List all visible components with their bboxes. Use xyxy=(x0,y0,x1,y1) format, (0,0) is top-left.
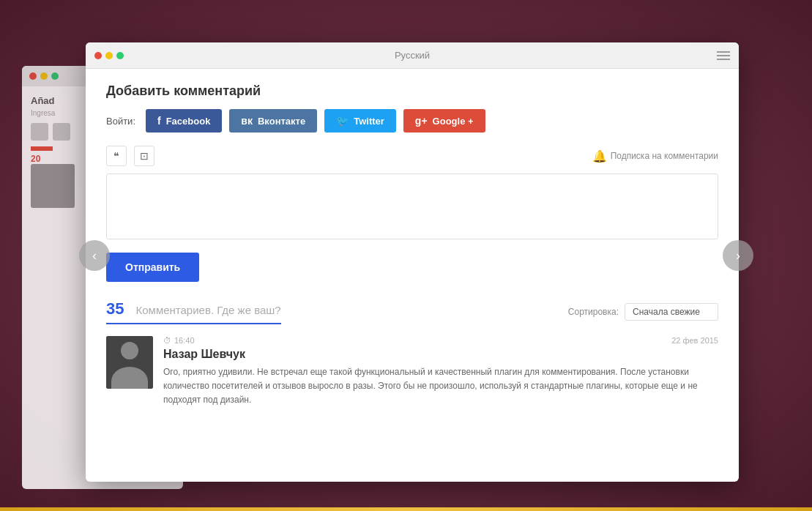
twitter-label: Twitter xyxy=(354,116,384,127)
facebook-label: Facebook xyxy=(166,116,211,127)
subscribe-link[interactable]: 🔔 Подписка на комментарии xyxy=(592,149,718,163)
comments-count: 35 xyxy=(106,299,124,318)
twitter-icon: 🐦 xyxy=(336,115,349,127)
bg-dot-green xyxy=(51,72,59,80)
comment-toolbar: ❝ ⊡ 🔔 Подписка на комментарии xyxy=(106,146,718,166)
titlebar-dot-green xyxy=(116,52,124,59)
sort-select[interactable]: Сначала свежие xyxy=(625,303,718,321)
comment-textarea[interactable] xyxy=(106,174,718,239)
comment-item: ⏱ 16:40 22 фев 2015 Назар Шевчук Ого, пр… xyxy=(106,336,718,408)
menu-line-1 xyxy=(717,51,730,53)
facebook-login-button[interactable]: f Facebook xyxy=(146,109,222,133)
comment-time: ⏱ 16:40 xyxy=(163,336,195,345)
twitter-login-button[interactable]: 🐦 Twitter xyxy=(324,109,396,133)
clock-icon: ⏱ xyxy=(163,336,171,345)
comments-title: Комментариев. Где же ваш? xyxy=(135,304,280,316)
hamburger-menu[interactable] xyxy=(717,51,730,60)
comments-left-header: 35 Комментариев. Где же ваш? xyxy=(106,299,281,324)
subscribe-bell-icon: 🔔 xyxy=(592,149,607,163)
comment-time-value: 16:40 xyxy=(174,336,195,345)
image-icon: ⊡ xyxy=(140,150,149,162)
comment-body: ⏱ 16:40 22 фев 2015 Назар Шевчук Ого, пр… xyxy=(163,336,718,408)
titlebar-dot-red xyxy=(94,52,102,59)
vk-login-button[interactable]: вк Вконтакте xyxy=(229,109,317,133)
left-arrow-icon: ‹ xyxy=(92,248,97,264)
sort-label: Сортировка: xyxy=(568,307,619,317)
section-heading: Добавить комментарий xyxy=(106,83,718,99)
nav-arrow-left[interactable]: ‹ xyxy=(79,240,110,271)
titlebar-dots xyxy=(94,52,124,59)
menu-line-2 xyxy=(717,55,730,56)
comment-meta: ⏱ 16:40 22 фев 2015 xyxy=(163,336,718,345)
image-button[interactable]: ⊡ xyxy=(134,146,154,166)
bg-icon-2 xyxy=(53,123,70,141)
vk-label: Вконтакте xyxy=(258,116,305,127)
google-login-button[interactable]: g+ Google + xyxy=(403,109,485,133)
toolbar-left: ❝ ⊡ xyxy=(106,146,154,166)
subscribe-label: Подписка на комментарии xyxy=(611,151,718,161)
login-row: Войти: f Facebook вк Вконтакте 🐦 Twitter… xyxy=(106,109,718,133)
quote-icon: ❝ xyxy=(113,150,119,162)
bg-icon-1 xyxy=(31,123,48,141)
sort-container: Сначала свежие xyxy=(625,303,718,321)
comment-text: Ого, приятно удивили. Не встречал еще та… xyxy=(163,365,718,408)
submit-button[interactable]: Отправить xyxy=(106,253,199,282)
comment-date: 22 фев 2015 xyxy=(671,336,718,345)
titlebar-dot-yellow xyxy=(105,52,113,59)
nav-arrow-right[interactable]: › xyxy=(723,240,753,271)
bg-thumb xyxy=(31,164,75,208)
google-label: Google + xyxy=(433,116,474,127)
bottom-gold-bar xyxy=(0,507,812,511)
sort-row: Сортировка: Сначала свежие xyxy=(568,303,718,321)
google-icon: g+ xyxy=(415,115,428,127)
vk-icon: вк xyxy=(241,115,253,127)
bg-dot-yellow xyxy=(40,72,48,80)
modal-titlebar: Русский xyxy=(86,42,739,69)
comment-avatar xyxy=(106,336,153,389)
main-modal: Русский Добавить комментарий Войти: f Fa… xyxy=(86,42,739,482)
modal-content: Добавить комментарий Войти: f Facebook в… xyxy=(86,69,739,482)
menu-line-3 xyxy=(717,59,730,60)
facebook-icon: f xyxy=(157,115,161,127)
bg-red-bar xyxy=(31,146,53,151)
bg-dot-red xyxy=(29,72,37,80)
quote-button[interactable]: ❝ xyxy=(106,146,127,166)
login-label: Войти: xyxy=(106,116,135,127)
comments-header-row: 35 Комментариев. Где же ваш? Сортировка:… xyxy=(106,299,718,324)
comment-author: Назар Шевчук xyxy=(163,348,718,361)
right-arrow-icon: › xyxy=(736,248,740,264)
avatar-image xyxy=(106,336,153,389)
titlebar-title: Русский xyxy=(395,50,430,61)
